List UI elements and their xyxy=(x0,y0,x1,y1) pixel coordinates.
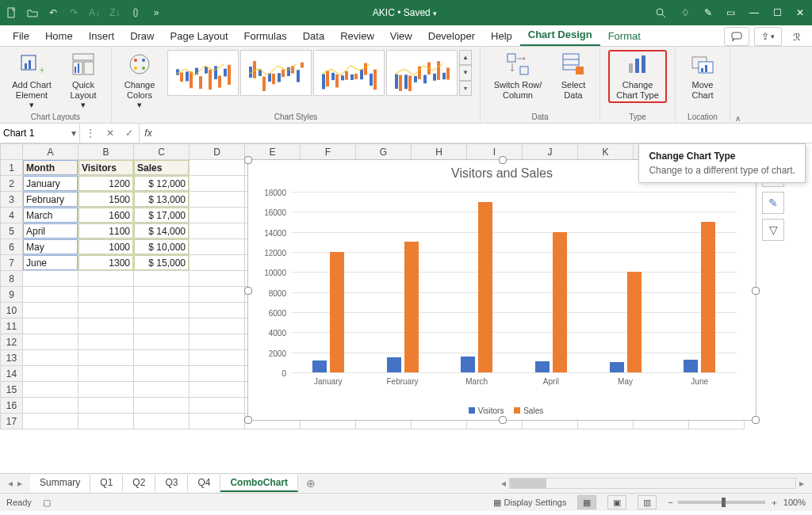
cell[interactable] xyxy=(134,334,190,350)
chart-bar[interactable] xyxy=(701,222,715,372)
cell[interactable] xyxy=(190,239,245,255)
hscroll-right[interactable]: ▸ xyxy=(796,478,807,489)
cell[interactable] xyxy=(190,223,245,239)
new-file-icon[interactable] xyxy=(3,4,21,21)
cell[interactable] xyxy=(79,287,134,303)
cell[interactable] xyxy=(23,271,79,287)
cell[interactable]: $ 17,000 xyxy=(134,208,190,223)
row-header[interactable]: 4 xyxy=(1,208,23,223)
cell[interactable] xyxy=(134,398,190,414)
cell[interactable] xyxy=(79,382,134,398)
display-settings-button[interactable]: ▦ Display Settings xyxy=(493,498,566,508)
cell[interactable] xyxy=(79,271,134,287)
cell[interactable] xyxy=(134,382,190,398)
cell[interactable] xyxy=(134,303,190,319)
tab-chart-design[interactable]: Chart Design xyxy=(520,25,600,46)
name-box-dropdown[interactable]: ▾ xyxy=(68,128,79,139)
resize-handle[interactable] xyxy=(244,416,252,424)
cell[interactable] xyxy=(190,350,245,366)
column-header[interactable]: E xyxy=(245,144,301,160)
column-header[interactable]: H xyxy=(412,144,467,160)
change-colors-button[interactable]: Change Colors ▾ xyxy=(120,50,159,110)
chart-bar[interactable] xyxy=(610,362,624,372)
coming-soon-icon[interactable]: ✎ xyxy=(704,7,712,18)
page-layout-view-button[interactable]: ▣ xyxy=(607,495,626,509)
cell[interactable] xyxy=(23,414,79,429)
cell[interactable]: $ 10,000 xyxy=(134,239,190,255)
undo-icon[interactable]: ↶ xyxy=(44,4,62,21)
row-header[interactable]: 16 xyxy=(1,398,23,414)
chart-bar[interactable] xyxy=(330,252,344,372)
add-chart-element-button[interactable]: ＋ Add Chart Element ▾ xyxy=(8,50,56,110)
chart-bar[interactable] xyxy=(312,360,327,372)
cell[interactable] xyxy=(190,192,245,208)
cell[interactable] xyxy=(190,334,245,350)
cell[interactable] xyxy=(190,414,245,429)
cell[interactable] xyxy=(190,208,245,223)
row-header[interactable]: 2 xyxy=(1,176,23,192)
cell[interactable] xyxy=(23,350,79,366)
cell[interactable]: February xyxy=(23,192,79,208)
cell[interactable] xyxy=(190,382,245,398)
cell[interactable] xyxy=(134,271,190,287)
cell[interactable]: $ 15,000 xyxy=(134,255,190,271)
sort-az-icon[interactable]: A↓ xyxy=(86,4,103,21)
page-break-view-button[interactable]: ▥ xyxy=(638,495,657,509)
sheet-tab[interactable]: ComboChart xyxy=(220,475,298,492)
resize-handle[interactable] xyxy=(499,156,507,164)
open-file-icon[interactable] xyxy=(24,4,41,21)
column-header[interactable]: K xyxy=(578,144,634,160)
resize-handle[interactable] xyxy=(752,287,760,295)
row-header[interactable]: 1 xyxy=(1,160,23,176)
cell[interactable] xyxy=(23,334,79,350)
cell[interactable] xyxy=(79,350,134,366)
change-chart-type-button[interactable]: Change Chart Type xyxy=(608,50,667,103)
sheet-tab[interactable]: Summary xyxy=(30,475,90,492)
row-header[interactable]: 17 xyxy=(1,414,23,429)
minimize-button[interactable]: — xyxy=(749,7,759,18)
row-header[interactable]: 10 xyxy=(1,303,23,319)
chart-style-thumb[interactable] xyxy=(167,50,239,96)
gallery-more[interactable]: ▾ xyxy=(459,81,472,96)
zoom-slider[interactable] xyxy=(678,501,765,504)
row-header[interactable]: 14 xyxy=(1,366,23,382)
chart-style-gallery[interactable]: ▲ ▼ ▾ xyxy=(167,50,472,96)
cell[interactable] xyxy=(190,366,245,382)
name-box[interactable] xyxy=(0,128,68,139)
sheet-tab[interactable]: Q2 xyxy=(123,475,155,492)
cell[interactable] xyxy=(23,287,79,303)
resize-handle[interactable] xyxy=(499,416,507,424)
row-header[interactable]: 5 xyxy=(1,223,23,239)
sheet-tab[interactable]: Q1 xyxy=(90,475,123,492)
tab-file[interactable]: File xyxy=(5,27,37,46)
cell[interactable] xyxy=(79,303,134,319)
tab-draw[interactable]: Draw xyxy=(122,27,162,46)
column-header[interactable]: B xyxy=(79,144,134,160)
comments-button[interactable] xyxy=(724,27,749,46)
column-header[interactable]: J xyxy=(523,144,578,160)
resize-handle[interactable] xyxy=(752,416,760,424)
cell[interactable] xyxy=(134,350,190,366)
tab-data[interactable]: Data xyxy=(295,27,332,46)
accept-formula-icon[interactable]: ✓ xyxy=(125,128,133,139)
sort-za-icon[interactable]: Z↓ xyxy=(106,4,124,21)
resize-handle[interactable] xyxy=(244,287,252,295)
chart-bar[interactable] xyxy=(404,242,419,372)
cell[interactable] xyxy=(79,414,134,429)
cell[interactable]: 1000 xyxy=(79,239,134,255)
cell[interactable]: 1500 xyxy=(79,192,134,208)
cell[interactable] xyxy=(190,287,245,303)
dotted-icon[interactable]: ⋮ xyxy=(86,128,95,139)
zoom-level[interactable]: 100% xyxy=(783,498,806,507)
tab-review[interactable]: Review xyxy=(332,27,382,46)
row-header[interactable]: 9 xyxy=(1,287,23,303)
cell[interactable] xyxy=(79,398,134,414)
cell[interactable] xyxy=(23,303,79,319)
cell[interactable] xyxy=(190,271,245,287)
cell[interactable]: January xyxy=(23,176,79,192)
close-button[interactable]: ✕ xyxy=(796,7,804,18)
row-header[interactable]: 13 xyxy=(1,350,23,366)
cell[interactable] xyxy=(23,398,79,414)
horizontal-scrollbar[interactable] xyxy=(509,478,796,489)
worksheet-area[interactable]: ABCDEFGHIJKLM1MonthVisitorsSales2January… xyxy=(0,143,812,473)
